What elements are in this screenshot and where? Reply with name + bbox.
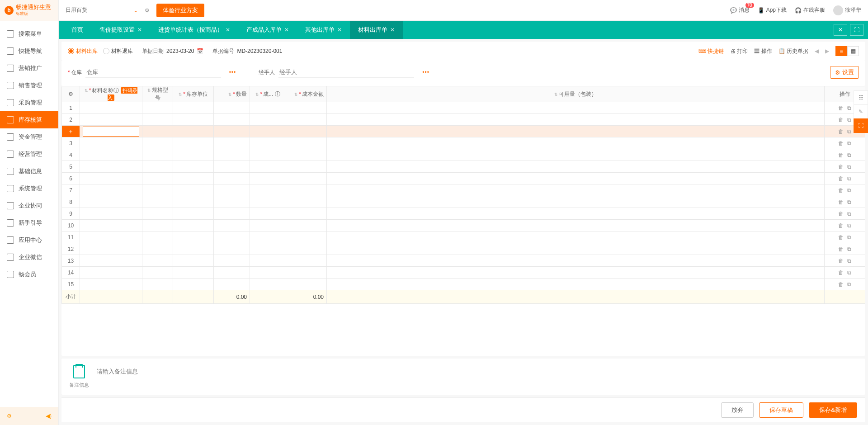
table-row[interactable]: +🗑⧉ (62, 126, 865, 137)
cell-total[interactable] (286, 231, 327, 243)
cell-avail[interactable] (327, 196, 825, 208)
cell-cost[interactable] (250, 126, 286, 137)
cell-unit[interactable] (173, 184, 214, 196)
warehouse-input[interactable] (85, 67, 221, 78)
cell-total[interactable] (286, 126, 327, 137)
cell-unit[interactable] (173, 255, 214, 267)
copy-icon[interactable]: ⧉ (847, 234, 851, 241)
calendar-icon[interactable]: 📅 (197, 48, 203, 54)
cell-name[interactable] (80, 243, 142, 255)
cell-name[interactable] (80, 114, 142, 126)
cell-total[interactable] (286, 255, 327, 267)
table-row[interactable]: 1🗑⧉ (62, 102, 865, 114)
close-icon[interactable]: ✕ (337, 27, 342, 33)
prev-button[interactable]: ◀ (815, 48, 819, 54)
sidebar-item-9[interactable]: 系统管理 (0, 180, 58, 197)
delete-icon[interactable]: 🗑 (838, 128, 844, 135)
sidebar-item-4[interactable]: 采购管理 (0, 94, 58, 111)
cell-avail[interactable] (327, 161, 825, 173)
table-row[interactable]: 12🗑⧉ (62, 243, 865, 255)
cell-name[interactable] (80, 208, 142, 220)
close-icon[interactable]: ✕ (137, 27, 142, 33)
cell-unit[interactable] (173, 102, 214, 114)
tab-expand-button[interactable]: ⛶ (850, 24, 863, 36)
tab-4[interactable]: 其他出库单✕ (297, 21, 350, 39)
table-row[interactable]: 13🗑⧉ (62, 255, 865, 267)
date-value[interactable]: 2023-03-20 (166, 48, 194, 54)
copy-icon[interactable]: ⧉ (847, 199, 851, 205)
cell-qty[interactable] (214, 196, 250, 208)
cell-avail[interactable] (327, 137, 825, 149)
copy-icon[interactable]: ⧉ (847, 258, 851, 264)
cell-unit[interactable] (173, 149, 214, 161)
cell-total[interactable] (286, 149, 327, 161)
cell-unit[interactable] (173, 208, 214, 220)
cell-qty[interactable] (214, 220, 250, 231)
save-draft-button[interactable]: 保存草稿 (759, 402, 803, 418)
cell-unit[interactable] (173, 279, 214, 290)
tab-1[interactable]: 售价提取设置✕ (91, 21, 150, 39)
cell-total[interactable] (286, 114, 327, 126)
sidebar-item-12[interactable]: 应用中心 (0, 231, 58, 249)
delete-icon[interactable]: 🗑 (838, 222, 844, 229)
cell-spec[interactable] (142, 114, 173, 126)
close-icon[interactable]: ✕ (226, 27, 230, 33)
view-card-button[interactable]: ▦ (847, 46, 859, 56)
cell-cost[interactable] (250, 102, 286, 114)
cell-unit[interactable] (173, 137, 214, 149)
cell-spec[interactable] (142, 255, 173, 267)
cell-avail[interactable] (327, 184, 825, 196)
cell-cost[interactable] (250, 208, 286, 220)
save-new-button[interactable]: 保存&新增 (809, 402, 857, 418)
dock-btn-3[interactable]: ⛶ (854, 118, 868, 133)
print-button[interactable]: 🖨 打印 (730, 47, 748, 55)
cell-cost[interactable] (250, 137, 286, 149)
delete-icon[interactable]: 🗑 (838, 187, 844, 194)
copy-icon[interactable]: ⧉ (847, 175, 851, 182)
cell-unit[interactable] (173, 196, 214, 208)
copy-icon[interactable]: ⧉ (847, 152, 851, 158)
cell-qty[interactable] (214, 161, 250, 173)
sidebar-item-3[interactable]: 销售管理 (0, 77, 58, 94)
table-row[interactable]: 9🗑⧉ (62, 208, 865, 220)
cell-avail[interactable] (327, 267, 825, 279)
cell-spec[interactable] (142, 173, 173, 184)
app-download-button[interactable]: 📱 App下载 (758, 6, 787, 14)
delete-icon[interactable]: 🗑 (838, 105, 844, 111)
settings-icon[interactable]: ⚙ (7, 413, 12, 419)
cell-avail[interactable] (327, 102, 825, 114)
copy-icon[interactable]: ⧉ (847, 246, 851, 252)
table-row[interactable]: 14🗑⧉ (62, 267, 865, 279)
cell-name[interactable] (80, 267, 142, 279)
handler-input[interactable] (278, 67, 414, 78)
table-row[interactable]: 4🗑⧉ (62, 149, 865, 161)
cell-unit[interactable] (173, 173, 214, 184)
cell-total[interactable] (286, 243, 327, 255)
cell-name[interactable] (80, 279, 142, 290)
delete-icon[interactable]: 🗑 (838, 246, 844, 252)
user-menu[interactable]: 徐泽华 (833, 5, 861, 15)
cell-qty[interactable] (214, 114, 250, 126)
copy-icon[interactable]: ⧉ (847, 164, 851, 170)
cell-total[interactable] (286, 279, 327, 290)
copy-icon[interactable]: ⧉ (847, 105, 851, 111)
sidebar-item-14[interactable]: 畅会员 (0, 266, 58, 283)
cell-qty[interactable] (214, 255, 250, 267)
sidebar-item-8[interactable]: 基础信息 (0, 163, 58, 180)
sidebar-item-6[interactable]: 资金管理 (0, 128, 58, 146)
table-row[interactable]: 5🗑⧉ (62, 161, 865, 173)
cell-avail[interactable] (327, 220, 825, 231)
cell-cost[interactable] (250, 114, 286, 126)
cell-unit[interactable] (173, 267, 214, 279)
material-name-input[interactable] (83, 127, 139, 137)
warehouse-lookup-icon[interactable]: ••• (229, 69, 236, 76)
delete-icon[interactable]: 🗑 (838, 258, 844, 264)
copy-icon[interactable]: ⧉ (847, 128, 851, 135)
cell-avail[interactable] (327, 255, 825, 267)
table-row[interactable]: 10🗑⧉ (62, 220, 865, 231)
table-row[interactable]: 3🗑⧉ (62, 137, 865, 149)
cell-cost[interactable] (250, 173, 286, 184)
col-cost-total[interactable]: ⇅*成本金额 (286, 86, 327, 102)
cell-cost[interactable] (250, 231, 286, 243)
cell-qty[interactable] (214, 102, 250, 114)
